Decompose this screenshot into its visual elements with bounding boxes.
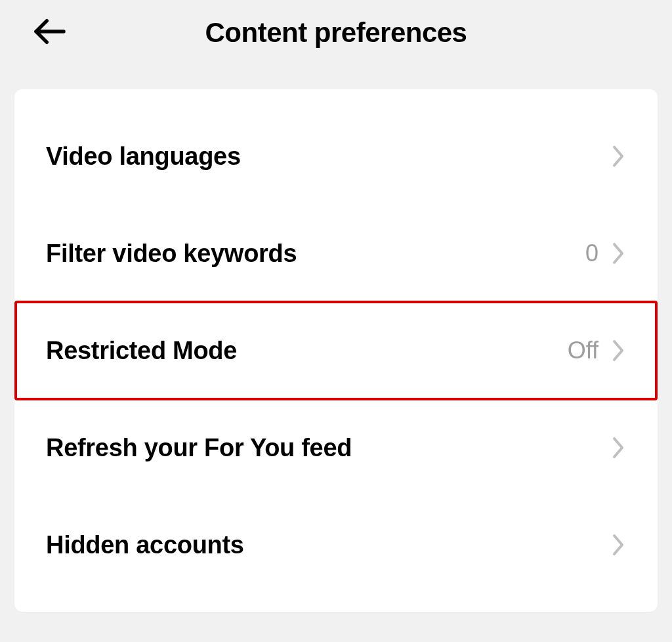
row-refresh-feed[interactable]: Refresh your For You feed — [14, 399, 658, 496]
row-right: 0 — [585, 240, 626, 267]
back-button[interactable] — [32, 14, 68, 51]
row-right — [610, 435, 626, 461]
row-right: Off — [568, 337, 626, 364]
back-arrow-icon — [32, 13, 68, 53]
row-label: Hidden accounts — [46, 531, 244, 559]
row-label: Restricted Mode — [46, 337, 237, 365]
chevron-right-icon — [610, 337, 626, 364]
row-filter-keywords[interactable]: Filter video keywords 0 — [14, 205, 658, 302]
page-title: Content preferences — [26, 17, 646, 49]
row-label: Video languages — [46, 142, 241, 171]
row-value: Off — [568, 337, 598, 364]
chevron-right-icon — [610, 532, 626, 558]
chevron-right-icon — [610, 143, 626, 169]
row-value: 0 — [585, 240, 598, 267]
chevron-right-icon — [610, 240, 626, 267]
settings-panel: Video languages Filter video keywords 0 … — [14, 89, 658, 612]
row-video-languages[interactable]: Video languages — [14, 108, 658, 205]
chevron-right-icon — [610, 435, 626, 461]
row-restricted-mode[interactable]: Restricted Mode Off — [16, 302, 656, 399]
row-label: Filter video keywords — [46, 240, 297, 268]
row-right — [610, 143, 626, 169]
row-label: Refresh your For You feed — [46, 434, 352, 462]
row-hidden-accounts[interactable]: Hidden accounts — [14, 496, 658, 593]
row-right — [610, 532, 626, 558]
header: Content preferences — [0, 0, 672, 66]
